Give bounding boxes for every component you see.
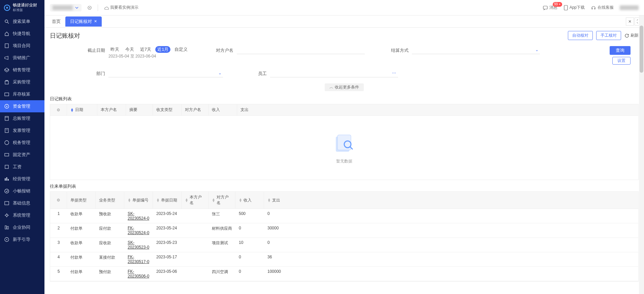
voucher-col-4[interactable]: ▲▼单据日期 bbox=[153, 192, 182, 209]
messages-badge: 99 + bbox=[553, 2, 562, 7]
page-header: 日记账核对 自动核对 手工核对 刷新 bbox=[44, 28, 644, 43]
svg-rect-9 bbox=[5, 116, 8, 120]
sidebar-item-label: 经营管理 bbox=[13, 176, 30, 182]
sidebar-item-base[interactable]: 基础信息 bbox=[0, 197, 44, 209]
sidebar-item-corp[interactable]: 企业协同 bbox=[0, 221, 44, 233]
auto-check-button[interactable]: 自动核对 bbox=[568, 31, 593, 40]
dept-select[interactable]: ⌄ bbox=[108, 69, 223, 77]
date-quick-0[interactable]: 昨天 bbox=[108, 46, 121, 53]
mobile-icon bbox=[564, 5, 568, 10]
voucher-col-7[interactable]: ▲▼收入 bbox=[235, 192, 264, 209]
tab-home[interactable]: 首页 bbox=[47, 16, 65, 27]
counterparty-input[interactable] bbox=[237, 46, 365, 54]
sidebar-item-doc[interactable]: 项目合同 bbox=[0, 40, 44, 52]
sidebar-item-label: 搜索菜单 bbox=[13, 19, 30, 25]
tab-bar: 首页 日记账核对 ✕ ✕ ⛶ bbox=[44, 15, 644, 28]
journal-col-0[interactable]: ⚙ bbox=[50, 104, 67, 115]
filter-panel: 截止日期 昨天今天近7天近1月自定义 2023-05-04 至 2023-06-… bbox=[44, 43, 644, 93]
vouchers-table-body: 1收款单预收款SK-20230524-02023-05-24张三50002付款单… bbox=[50, 209, 638, 281]
sidebar-item-sys[interactable]: 系统管理 bbox=[0, 209, 44, 221]
demo-link[interactable]: 我要看实例演示 bbox=[103, 5, 138, 10]
collapse-filters-button[interactable]: ︿ 收起更多条件 bbox=[325, 83, 364, 91]
app-download[interactable]: App下载 bbox=[564, 5, 585, 10]
sidebar-item-book[interactable]: 总账管理 bbox=[0, 112, 44, 124]
sidebar-item-invoice[interactable]: 发票管理 bbox=[0, 124, 44, 137]
online-service[interactable]: 在线客服 bbox=[591, 5, 614, 10]
brand-icon bbox=[3, 4, 11, 11]
sidebar-item-box[interactable]: 库存核算 bbox=[0, 88, 44, 100]
box-icon bbox=[4, 91, 9, 97]
settings-button[interactable]: 设置 bbox=[612, 57, 631, 65]
sidebar-item-label: 总账管理 bbox=[13, 115, 30, 121]
date-quick-3[interactable]: 近1月 bbox=[155, 46, 170, 53]
staff-select[interactable]: ⋯ bbox=[270, 69, 398, 77]
svg-point-21 bbox=[6, 214, 8, 216]
scrollbar[interactable] bbox=[639, 15, 644, 294]
refresh-button[interactable]: 刷新 bbox=[624, 33, 639, 38]
settlement-select[interactable]: ⌄ bbox=[412, 46, 540, 54]
sidebar-item-cart[interactable]: 销售管理 bbox=[0, 64, 44, 76]
sidebar-item-tax[interactable]: 税务管理 bbox=[0, 137, 44, 149]
sidebar-item-asset[interactable]: 固定资产 bbox=[0, 149, 44, 161]
vouchers-table-head: ⚙单据类型业务类型▲▼单据编号▲▼单据日期▲▼本方户名▲▼对方户名▲▼收入▲▼支… bbox=[50, 192, 638, 209]
journal-col-6: 收入 bbox=[208, 104, 237, 115]
scrollbar-thumb[interactable] bbox=[640, 26, 643, 73]
svg-rect-14 bbox=[5, 153, 9, 156]
tenant-selector[interactable] bbox=[50, 4, 82, 11]
svg-point-2 bbox=[5, 20, 8, 23]
tab-current[interactable]: 日记账核对 ✕ bbox=[65, 16, 102, 27]
svg-rect-22 bbox=[5, 226, 6, 229]
table-row[interactable]: 3收款单应收款SK-20230523-02023-05-23项目测试100 bbox=[50, 238, 638, 252]
date-quick-1[interactable]: 今天 bbox=[123, 46, 136, 53]
voucher-code-link[interactable]: SK-20230524-0 bbox=[128, 211, 149, 221]
cart-icon bbox=[4, 67, 9, 73]
voucher-col-0[interactable]: ⚙ bbox=[50, 192, 67, 209]
svg-point-27 bbox=[89, 7, 90, 8]
gear-icon[interactable] bbox=[87, 5, 92, 10]
sort-icon: ▲▼ bbox=[267, 198, 271, 202]
doc-icon bbox=[4, 43, 9, 48]
svg-rect-5 bbox=[5, 81, 8, 84]
user-blurred[interactable] bbox=[620, 5, 639, 10]
voucher-col-6[interactable]: ▲▼对方户名 bbox=[208, 192, 235, 209]
voucher-code-link[interactable]: FK-20230517-0 bbox=[128, 255, 149, 264]
journal-col-7: 支出 bbox=[237, 104, 638, 115]
guide-icon bbox=[4, 237, 9, 242]
table-row[interactable]: 5付款单预付款FK-20230506-02023-05-06四川空调010000… bbox=[50, 267, 638, 281]
sidebar-item-guide[interactable]: 新手引导 bbox=[0, 233, 44, 246]
mega-icon bbox=[4, 55, 9, 61]
sidebar-item-bag[interactable]: 采购管理 bbox=[0, 76, 44, 88]
voucher-code-link[interactable]: SK-20230523-0 bbox=[128, 240, 149, 250]
voucher-col-5[interactable]: ▲▼本方户名 bbox=[182, 192, 208, 209]
manual-check-button[interactable]: 手工核对 bbox=[596, 31, 621, 40]
voucher-code-link[interactable]: FK-20230506-0 bbox=[128, 269, 149, 279]
messages[interactable]: 消息 99 + bbox=[543, 5, 557, 10]
date-quick-4[interactable]: 自定义 bbox=[172, 46, 190, 53]
sort-icon: ▲▼ bbox=[156, 198, 160, 202]
voucher-code-link[interactable]: FK-20230524-0 bbox=[128, 226, 149, 235]
sidebar-item-biz[interactable]: 经营管理 bbox=[0, 173, 44, 185]
table-row[interactable]: 1收款单预收款SK-20230524-02023-05-24张三5000 bbox=[50, 209, 638, 223]
journal-table-empty: 暂无数据 bbox=[50, 116, 638, 180]
sidebar-item-home[interactable]: 快捷导航 bbox=[0, 28, 44, 40]
home-icon bbox=[4, 31, 9, 36]
query-button[interactable]: 查询 bbox=[610, 46, 631, 55]
sidebar-item-label: 固定资产 bbox=[13, 152, 30, 158]
sidebar-item-salary[interactable]: 工资 bbox=[0, 161, 44, 173]
svg-rect-28 bbox=[543, 6, 547, 9]
voucher-col-3[interactable]: ▲▼单据编号 bbox=[124, 192, 153, 209]
sidebar-item-search[interactable]: 搜索菜单 bbox=[0, 15, 44, 28]
sidebar-item-report[interactable]: 小畅报销 bbox=[0, 185, 44, 197]
date-quick-2[interactable]: 近7天 bbox=[138, 46, 153, 53]
sidebar-item-mega[interactable]: 营销推广 bbox=[0, 52, 44, 64]
table-row[interactable]: 2付款单应付款FK-20230524-02023-05-24材料供应商03000… bbox=[50, 223, 638, 238]
close-all-icon[interactable]: ✕ bbox=[626, 17, 634, 26]
chevron-down-icon bbox=[75, 6, 79, 10]
close-icon[interactable]: ✕ bbox=[94, 19, 97, 24]
sidebar-item-money[interactable]: ¥资金管理 bbox=[0, 100, 44, 112]
sort-icon: ▲▼ bbox=[185, 198, 188, 202]
table-row[interactable]: 4付款单直接付款FK-20230517-02023-05-17036 bbox=[50, 252, 638, 267]
vouchers-section-title: 往来单据列表 bbox=[44, 180, 644, 191]
voucher-col-8[interactable]: ▲▼支出 bbox=[264, 192, 638, 209]
journal-col-1[interactable]: ▲▼日期 bbox=[67, 104, 97, 115]
